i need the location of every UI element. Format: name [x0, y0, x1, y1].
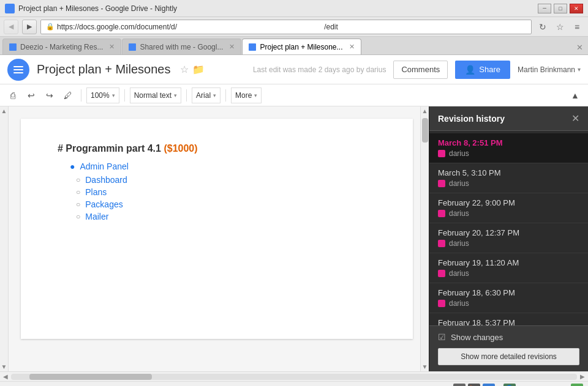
spell-icon[interactable]: S	[483, 384, 495, 387]
user-status-icon[interactable]: 👤	[503, 384, 516, 387]
doc-area-wrapper: ▲ ▼ # Programmin part 4.1 ($1000) Admin …	[0, 106, 429, 371]
upload-icon[interactable]: ⬆	[453, 384, 466, 387]
paint-button[interactable]: 🖊	[60, 87, 76, 103]
scroll-left-arrow[interactable]: ◀	[1, 373, 10, 380]
tab-project[interactable]: Project plan + Milesone... ✕	[242, 39, 361, 54]
revision-user-row: darius	[438, 179, 579, 188]
revision-panel: Revision history ✕ March 8, 2:51 PMdariu…	[429, 106, 588, 371]
admin-panel-text: Admin Panel	[80, 161, 128, 171]
tab-label-project: Project plan + Milesone...	[260, 43, 342, 51]
user-color-dot	[438, 300, 445, 307]
doc-right-scroll[interactable]: ▲ ▼	[420, 106, 429, 371]
show-changes-row: ☑ Show changes	[438, 332, 579, 342]
back-button[interactable]: ◀	[4, 20, 18, 34]
hamburger-menu[interactable]	[7, 59, 29, 81]
revision-item[interactable]: February 22, 9:00 PMdarius	[429, 193, 588, 223]
more-dropdown-arrow: ▾	[254, 92, 257, 98]
zoom-select[interactable]: 100% ▾	[86, 87, 119, 103]
redo-button[interactable]: ↪	[42, 87, 58, 103]
revision-user-row: darius	[438, 239, 579, 248]
url-bar[interactable]: 🔒 https://docs.google.com/document/d/ /e…	[40, 20, 532, 34]
style-select[interactable]: Normal text ▾	[130, 87, 181, 103]
doc-left-scroll[interactable]: ▲ ▼	[0, 106, 9, 371]
print-button[interactable]: ⎙	[5, 87, 21, 103]
comments-button[interactable]: Comments	[393, 61, 448, 79]
revision-title: Revision history	[438, 114, 505, 124]
user-dropdown-arrow: ▾	[578, 66, 581, 73]
style-dropdown-arrow: ▾	[174, 92, 177, 98]
revision-user-name: darius	[449, 149, 469, 158]
sub-item-dashboard: Dashboard	[76, 175, 376, 185]
menu-button[interactable]: ≡	[570, 20, 584, 34]
user-info[interactable]: Martin Brinkmann ▾	[518, 65, 581, 74]
revision-user-name: darius	[449, 299, 469, 308]
star-icon[interactable]: ☆	[180, 64, 189, 75]
revision-item[interactable]: February 18, 6:30 PMdarius	[429, 283, 588, 313]
title-actions: ☆ 📁	[180, 64, 205, 75]
revision-item[interactable]: February 19, 11:20 AMdarius	[429, 253, 588, 283]
user-color-dot	[438, 240, 445, 247]
show-detailed-button[interactable]: Show more detailed revisions	[438, 348, 579, 365]
sub-item-packages-text: Packages	[85, 199, 123, 209]
bookmark-button[interactable]: ☆	[552, 20, 567, 34]
address-bar: ◀ ▶ 🔒 https://docs.google.com/document/d…	[0, 17, 588, 37]
share-label: Share	[479, 65, 500, 74]
share-button[interactable]: 👤 Share	[455, 61, 510, 79]
title-bar-controls	[538, 4, 583, 13]
last-edit-text: Last edit was made 2 days ago by darius	[253, 65, 386, 74]
tab-close-deezio[interactable]: ✕	[109, 43, 115, 51]
tab-favicon-deezio	[9, 43, 17, 51]
main-area: ▲ ▼ # Programmin part 4.1 ($1000) Admin …	[0, 106, 588, 371]
user-name: Martin Brinkmann	[518, 65, 575, 74]
revision-item[interactable]: February 18, 5:37 PMdarius	[429, 313, 588, 325]
minimize-button[interactable]	[538, 4, 551, 13]
revision-item[interactable]: March 5, 3:10 PMdarius	[429, 163, 588, 193]
undo-button[interactable]: ↩	[23, 87, 39, 103]
maximize-button[interactable]	[554, 4, 567, 13]
zoom-value: 100%	[91, 91, 110, 100]
sub-item-plans: Plans	[76, 187, 376, 197]
forward-button[interactable]: ▶	[22, 20, 37, 34]
scroll-h-thumb	[29, 374, 152, 380]
revision-user-name: darius	[449, 269, 469, 278]
more-select[interactable]: More ▾	[231, 87, 262, 103]
scroll-h-track[interactable]	[11, 374, 577, 380]
revision-item[interactable]: February 20, 12:37 PMdarius	[429, 223, 588, 253]
revision-close-button[interactable]: ✕	[571, 113, 579, 124]
tab-shared[interactable]: Shared with me - Googl... ✕	[122, 39, 241, 54]
revision-date: February 22, 9:00 PM	[438, 198, 579, 207]
revision-item[interactable]: March 8, 2:51 PMdarius	[429, 133, 588, 163]
revision-user-row: darius	[438, 299, 579, 308]
toolbar-right: ▲	[567, 87, 583, 103]
font-select[interactable]: Arial ▾	[192, 87, 221, 103]
font-value: Arial	[196, 91, 211, 100]
scroll-right-arrow[interactable]: ▶	[578, 373, 587, 380]
hamburger-icon	[13, 66, 23, 73]
user-color-dot	[438, 210, 445, 217]
scroll-up-left[interactable]: ▲	[0, 106, 8, 116]
show-changes-checkbox[interactable]: ☑	[438, 332, 446, 342]
status-icons: ⬆ 🔖 S ▾ 👤 ▾ auto: en-US ⊕	[453, 384, 583, 387]
share-icon: 👤	[465, 65, 475, 75]
show-changes-label[interactable]: Show changes	[451, 333, 503, 342]
extension-icon[interactable]: ⊕	[571, 384, 583, 387]
tab-close-project[interactable]: ✕	[349, 43, 355, 51]
close-button[interactable]	[570, 4, 583, 13]
toolbar-sep-4	[225, 89, 226, 102]
scroll-down-right[interactable]: ▼	[421, 362, 429, 371]
scroll-up-right[interactable]: ▲	[421, 106, 429, 116]
collapse-toolbar-button[interactable]: ▲	[567, 87, 583, 103]
scroll-down-left[interactable]: ▼	[0, 362, 8, 371]
sub-item-plans-text: Plans	[85, 187, 107, 197]
folder-icon[interactable]: 📁	[192, 64, 205, 75]
new-tab-button[interactable]: ✕	[574, 40, 586, 54]
revision-date: March 5, 3:10 PM	[438, 168, 579, 177]
header-right: Last edit was made 2 days ago by darius …	[253, 61, 581, 79]
tab-close-shared[interactable]: ✕	[229, 43, 235, 51]
tab-deezio[interactable]: Deezio - Marketing Res... ✕	[2, 39, 121, 54]
refresh-button[interactable]: ↻	[535, 20, 550, 34]
sub-item-packages: Packages	[76, 199, 376, 209]
revision-list[interactable]: March 8, 2:51 PMdariusMarch 5, 3:10 PMda…	[429, 131, 588, 325]
bookmark-status-icon[interactable]: 🔖	[468, 384, 480, 387]
bottom-scrollbar[interactable]: ◀ ▶	[0, 371, 588, 381]
